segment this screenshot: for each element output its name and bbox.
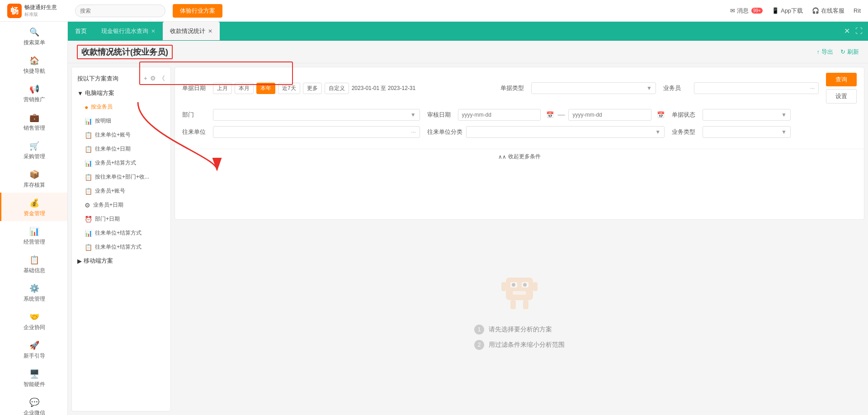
industry-solution-button[interactable]: 体验行业方案 <box>173 4 222 18</box>
tab-bank-flow-close-icon[interactable]: ✕ <box>151 28 156 34</box>
sidebar-item-sales[interactable]: 💼 销售管理 <box>0 107 67 136</box>
date-btn-this-month[interactable]: 本月 <box>235 83 254 94</box>
search-input[interactable] <box>75 5 165 17</box>
date-btn-last7[interactable]: 近7天 <box>278 83 300 94</box>
scheme-item-by-salesman[interactable]: ● 按业务员 <box>72 100 170 114</box>
filter-dept-select[interactable]: ▼ <box>213 109 420 121</box>
tip-label-1: 请先选择要分析的方案 <box>489 325 552 334</box>
sidebar-item-enterprise[interactable]: 🤝 企业协同 <box>0 307 67 335</box>
svg-rect-5 <box>533 282 538 291</box>
sidebar-item-basic[interactable]: 📋 基础信息 <box>0 250 67 278</box>
scheme-group-mobile-header[interactable]: ▶ 移动端方案 <box>72 254 170 268</box>
scheme-panel: 按以下方案查询 + ⚙ 《 ▼ 电脑端方案 ● 按业务员 <box>71 67 171 411</box>
tab-collection-stats[interactable]: 收款情况统计 ✕ <box>163 22 220 40</box>
online-service-button[interactable]: 🎧 在线客服 <box>812 7 844 15</box>
collapse-bar[interactable]: ∧∧ 收起更多条件 <box>175 149 864 164</box>
date-btn-last-month[interactable]: 上月 <box>213 83 232 94</box>
scheme-item-salesman-date[interactable]: ⚙ 业务员+日期 <box>72 198 170 212</box>
sidebar-item-quick-nav[interactable]: 🏠 快捷导航 <box>0 50 67 79</box>
scheme-item-salesman-date-icon: ⚙ <box>85 202 90 209</box>
tab-close-all-icon[interactable]: ✕ <box>844 27 850 35</box>
scheme-panel-header: 按以下方案查询 + ⚙ 《 <box>72 71 170 86</box>
sidebar-label-hardware: 智能硬件 <box>24 381 45 388</box>
filter-dept-field: 部门 ▼ <box>182 109 420 121</box>
sidebar-item-hardware[interactable]: 🖥️ 智能硬件 <box>0 363 67 392</box>
basic-icon: 📋 <box>29 255 39 265</box>
filter-audit-date-label: 审核日期 <box>427 111 454 119</box>
app-download-label: App下载 <box>781 7 803 15</box>
filter-actions: 查询 设置 <box>826 73 857 104</box>
svg-rect-7 <box>523 300 528 309</box>
scheme-item-dept-date[interactable]: ⏰ 部门+日期 <box>72 212 170 226</box>
filter-doc-type-select[interactable]: ▼ <box>531 82 656 94</box>
scheme-item-unit-settle1[interactable]: 📊 往来单位+结算方式 <box>72 226 170 240</box>
filter-audit-date-start[interactable] <box>458 109 541 121</box>
calendar-end-icon[interactable]: 📅 <box>657 111 665 118</box>
filter-biz-type-select[interactable]: ▼ <box>703 126 791 138</box>
sidebar-item-guide[interactable]: 🚀 新手引导 <box>0 335 67 363</box>
scheme-item-unit-dept-label: 按往来单位+部门+收... <box>95 173 165 181</box>
calendar-start-icon[interactable]: 📅 <box>546 111 554 118</box>
settings-button[interactable]: 设置 <box>826 89 857 104</box>
top-right-area: ✉ 消息 99+ 📱 App下载 🎧 在线客服 Rit <box>730 7 861 15</box>
date-btn-more[interactable]: 更多 <box>303 83 322 94</box>
refresh-label: 刷新 <box>847 48 859 56</box>
export-button[interactable]: ↑ 导出 <box>817 48 834 56</box>
scheme-item-unit-settle1-label: 往来单位+结算方式 <box>95 229 165 237</box>
scheme-collapse-button[interactable]: 《 <box>159 75 165 83</box>
scheme-settings-button[interactable]: ⚙ <box>150 75 156 83</box>
scheme-item-detail-label: 按明细 <box>95 117 165 125</box>
sidebar-item-wechat[interactable]: 💬 企业微信 <box>0 392 67 415</box>
scheme-item-salesman-settle-label: 业务员+结算方式 <box>95 159 165 167</box>
scheme-item-unit-account[interactable]: 📋 往来单位+账号 <box>72 128 170 142</box>
date-btn-custom[interactable]: 自定义 <box>325 83 349 94</box>
filter-salesman-select[interactable]: ··· <box>694 82 819 94</box>
sidebar-label-guide: 新手引导 <box>24 352 45 360</box>
sidebar-item-purchase[interactable]: 🛒 采购管理 <box>0 136 67 164</box>
tab-home[interactable]: 首页 <box>68 22 94 40</box>
app-download-button[interactable]: 📱 App下载 <box>772 7 803 15</box>
refresh-button[interactable]: ↻ 刷新 <box>840 48 859 56</box>
scheme-item-unit-settle2[interactable]: 📋 往来单位+结算方式 <box>72 240 170 254</box>
filter-counterpart-category-select[interactable]: ▼ <box>466 126 665 138</box>
user-avatar[interactable]: Rit <box>854 7 861 14</box>
svg-point-8 <box>512 283 515 287</box>
filter-counterpart-select[interactable]: ··· <box>213 126 420 138</box>
page-header-actions: ↑ 导出 ↻ 刷新 <box>817 48 859 56</box>
messages-button[interactable]: ✉ 消息 99+ <box>730 7 763 15</box>
scheme-item-by-detail[interactable]: 📊 按明细 <box>72 114 170 128</box>
sidebar-item-capital[interactable]: 💰 资金管理 <box>0 193 67 221</box>
sidebar-label-wechat: 企业微信 <box>24 409 45 415</box>
scheme-group-desktop-header[interactable]: ▼ 电脑端方案 <box>72 86 170 100</box>
tab-maximize-icon[interactable]: ⛶ <box>855 27 863 35</box>
purchase-icon: 🛒 <box>29 141 39 151</box>
message-badge: 99+ <box>751 8 763 14</box>
counterpart-category-dropdown-icon: ▼ <box>655 129 660 135</box>
scheme-item-dept-date-icon: ⏰ <box>85 216 92 223</box>
inventory-icon: 📦 <box>29 170 39 179</box>
scheme-item-unit-dept-collect[interactable]: 📋 按往来单位+部门+收... <box>72 170 170 184</box>
filter-doc-type-field: 单据类型 ▼ <box>500 82 656 94</box>
wechat-icon: 💬 <box>29 397 39 407</box>
sidebar-item-operation[interactable]: 📊 经营管理 <box>0 221 67 250</box>
scheme-item-salesman-settle[interactable]: 📊 业务员+结算方式 <box>72 156 170 170</box>
scheme-item-unit-date[interactable]: 📋 往来单位+日期 <box>72 142 170 156</box>
sidebar-item-inventory[interactable]: 📦 库存核算 <box>0 164 67 193</box>
filter-rows: 单据日期 上月 本月 本年 近7天 更多 自定义 2023-01-01 <box>175 67 864 149</box>
scheme-item-salesman-account[interactable]: 📋 业务员+账号 <box>72 184 170 198</box>
sidebar-label-enterprise: 企业协同 <box>24 324 45 331</box>
sidebar-item-search-menu[interactable]: 🔍 搜索菜单 <box>0 22 67 50</box>
tab-bank-flow[interactable]: 现金银行流水查询 ✕ <box>94 22 163 40</box>
tab-collection-stats-close-icon[interactable]: ✕ <box>208 28 212 34</box>
filter-date-group: 上月 本月 本年 近7天 更多 自定义 2023-01-01 至 <box>213 83 415 94</box>
scheme-add-button[interactable]: + <box>144 75 147 83</box>
sidebar-item-marketing[interactable]: 📢 营销推广 <box>0 79 67 107</box>
scheme-item-unit-dept-icon: 📋 <box>85 174 92 181</box>
filter-audit-date-end[interactable] <box>568 109 651 121</box>
sidebar-item-system[interactable]: ⚙️ 系统管理 <box>0 278 67 307</box>
date-btn-this-year[interactable]: 本年 <box>256 83 275 94</box>
edition-badge: 标准版 <box>24 11 57 18</box>
filter-salesman-label: 业务员 <box>663 84 690 92</box>
filter-doc-status-select[interactable]: ▼ <box>703 109 791 121</box>
query-button[interactable]: 查询 <box>826 73 857 86</box>
